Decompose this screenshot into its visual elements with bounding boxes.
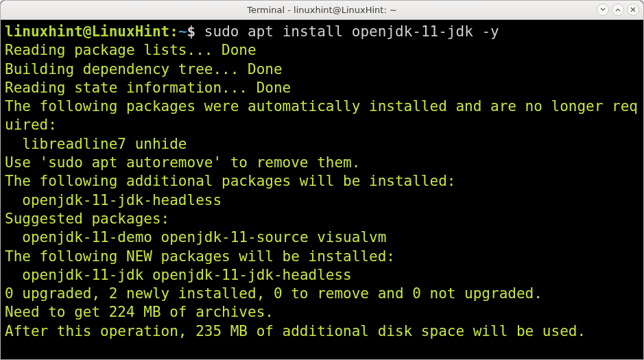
output-line: Building dependency tree... Done xyxy=(5,61,283,77)
close-button[interactable] xyxy=(627,3,639,16)
window-controls xyxy=(597,3,639,16)
prompt-path: ~ xyxy=(178,23,187,40)
output-line: Reading state information... Done xyxy=(5,80,291,96)
prompt-user-host: linuxhint@LinuxHint xyxy=(5,23,169,40)
output-line: 0 upgraded, 2 newly installed, 0 to remo… xyxy=(5,285,542,302)
output-line: Use 'sudo apt autoremove' to remove them… xyxy=(5,154,360,171)
output-line: Suggested packages: xyxy=(5,211,169,227)
minimize-button[interactable] xyxy=(597,3,609,16)
terminal-body[interactable]: linuxhint@LinuxHint:~$ sudo apt install … xyxy=(1,20,643,359)
output-line: The following NEW packages will be insta… xyxy=(5,248,395,265)
prompt-colon: : xyxy=(169,23,178,40)
output-line: Need to get 224 MB of archives. xyxy=(5,304,274,320)
output-line: openjdk-11-jdk openjdk-11-jdk-headless xyxy=(5,267,352,283)
output-line: openjdk-11-jdk-headless xyxy=(5,192,222,208)
close-icon xyxy=(630,7,636,12)
output-line: After this operation, 235 MB of addition… xyxy=(5,323,586,339)
terminal-window: Terminal - linuxhint@LinuxHint: ~ linuxh… xyxy=(0,0,644,360)
command-text: sudo apt install openjdk-11-jdk -y xyxy=(204,23,499,40)
output-line: openjdk-11-demo openjdk-11-source visual… xyxy=(5,229,386,245)
titlebar: Terminal - linuxhint@LinuxHint: ~ xyxy=(1,1,643,20)
output-line: Reading package lists... Done xyxy=(5,42,257,58)
prompt-sigil: $ xyxy=(187,23,196,40)
output-line: The following packages were automaticall… xyxy=(5,98,638,133)
maximize-button[interactable] xyxy=(612,3,624,16)
window-title: Terminal - linuxhint@LinuxHint: ~ xyxy=(247,5,397,15)
output-line: The following additional packages will b… xyxy=(5,173,455,189)
output-line: libreadline7 unhide xyxy=(5,136,187,152)
maximize-icon xyxy=(615,7,621,12)
minimize-icon xyxy=(600,7,606,12)
